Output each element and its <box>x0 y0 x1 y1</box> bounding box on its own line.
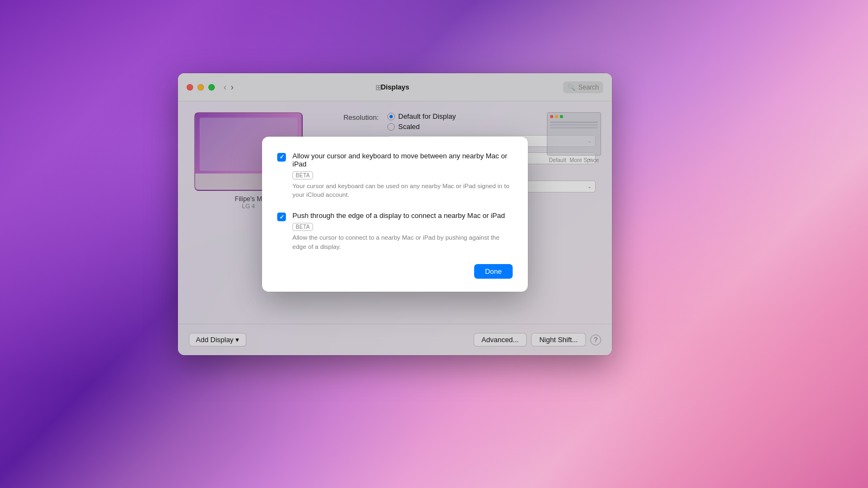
checkbox-item-cursor-keyboard: Allow your cursor and keyboard to move b… <box>277 152 513 200</box>
beta-badge-1: BETA <box>292 171 313 179</box>
checkbox-title-row-1: Allow your cursor and keyboard to move b… <box>292 152 513 179</box>
checkbox-title-1: Allow your cursor and keyboard to move b… <box>292 152 513 168</box>
modal-overlay: Allow your cursor and keyboard to move b… <box>178 73 612 355</box>
checkbox-title-row-2: Push through the edge of a display to co… <box>292 211 513 231</box>
checkbox-wrap-1 <box>277 153 286 162</box>
checkbox-desc-1: Your cursor and keyboard can be used on … <box>292 182 513 200</box>
checkbox-text-1: Allow your cursor and keyboard to move b… <box>292 152 513 200</box>
checkbox-wrap-2 <box>277 213 286 221</box>
beta-badge-2: BETA <box>292 223 313 231</box>
checkbox-cursor-keyboard[interactable] <box>277 153 286 162</box>
system-preferences-window: ‹ › ⊞ Displays 🔍 Search Filipe's M LG 4 <box>178 73 612 355</box>
checkbox-desc-2: Allow the cursor to connect to a nearby … <box>292 233 513 251</box>
modal-footer: Done <box>277 264 513 279</box>
checkbox-title-2: Push through the edge of a display to co… <box>292 211 505 220</box>
checkbox-text-2: Push through the edge of a display to co… <box>292 211 513 251</box>
done-button[interactable]: Done <box>474 264 513 279</box>
checkbox-item-push-through: Push through the edge of a display to co… <box>277 211 513 251</box>
checkbox-push-through[interactable] <box>277 213 286 221</box>
modal-dialog: Allow your cursor and keyboard to move b… <box>262 137 528 292</box>
